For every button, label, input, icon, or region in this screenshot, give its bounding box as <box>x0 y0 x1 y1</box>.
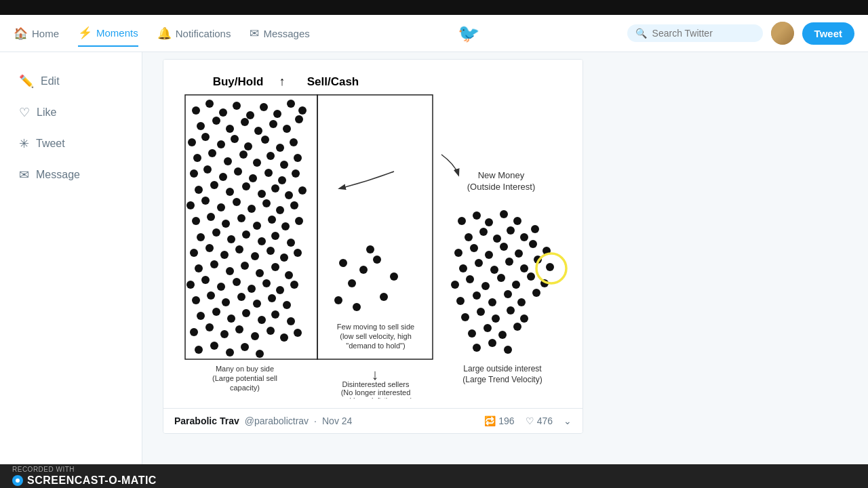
svg-point-92 <box>201 276 210 284</box>
svg-rect-3 <box>317 95 433 359</box>
svg-point-8 <box>246 111 254 119</box>
svg-text:↑: ↑ <box>279 75 285 88</box>
more-action[interactable]: ⌄ <box>564 415 572 426</box>
svg-point-169 <box>505 258 513 266</box>
tweet-button[interactable]: Tweet <box>802 22 854 45</box>
svg-point-65 <box>253 222 261 230</box>
svg-point-67 <box>281 222 290 230</box>
like-count: 476 <box>537 415 553 426</box>
svg-point-174 <box>466 275 474 283</box>
svg-point-88 <box>256 269 264 277</box>
nav-moments[interactable]: ⚡ Moments <box>78 20 138 47</box>
svg-point-38 <box>203 165 212 174</box>
svg-point-152 <box>513 217 521 225</box>
svg-point-105 <box>283 301 291 309</box>
svg-point-25 <box>244 142 252 150</box>
svg-point-104 <box>268 294 276 302</box>
svg-point-123 <box>226 348 234 357</box>
svg-point-177 <box>512 281 520 289</box>
twitter-logo: 🐦 <box>458 23 479 44</box>
svg-point-176 <box>497 274 505 282</box>
svg-point-93 <box>217 283 225 291</box>
svg-point-155 <box>493 235 501 243</box>
svg-point-5 <box>205 100 214 108</box>
title-buy-hold: Buy/Hold <box>213 75 264 88</box>
svg-point-195 <box>473 344 481 352</box>
svg-point-148 <box>458 217 466 225</box>
svg-point-41 <box>249 174 257 182</box>
svg-point-154 <box>479 228 488 236</box>
svg-text:(Outside Interest): (Outside Interest) <box>467 182 535 192</box>
svg-text:Large outside interest: Large outside interest <box>463 364 542 373</box>
retweet-action[interactable]: 🔁 196 <box>484 415 514 426</box>
svg-point-194 <box>513 323 521 331</box>
buy-dots <box>186 100 307 358</box>
svg-point-108 <box>227 314 235 323</box>
svg-text:(Large potential sell: (Large potential sell <box>212 374 277 382</box>
svg-point-157 <box>520 233 528 241</box>
svg-point-185 <box>532 289 540 297</box>
svg-point-57 <box>248 205 256 213</box>
svg-point-19 <box>283 125 291 133</box>
svg-point-78 <box>220 251 229 259</box>
svg-point-161 <box>485 251 493 259</box>
svg-point-81 <box>267 247 275 255</box>
bell-icon: 🔔 <box>157 26 172 41</box>
svg-point-90 <box>285 271 293 279</box>
svg-point-110 <box>258 316 266 324</box>
nav-moments-label: Moments <box>96 27 138 39</box>
svg-point-50 <box>271 184 279 192</box>
svg-point-35 <box>280 161 288 169</box>
nav-home[interactable]: 🏠 Home <box>14 21 59 46</box>
svg-point-32 <box>239 150 248 159</box>
avatar-image <box>771 22 794 45</box>
sidebar-item-edit[interactable]: ✏️ Edit <box>0 66 142 97</box>
svg-point-40 <box>234 167 242 176</box>
svg-point-53 <box>186 201 195 209</box>
nav-notifications[interactable]: 🔔 Notifications <box>157 21 231 46</box>
svg-point-183 <box>504 290 512 298</box>
svg-point-120 <box>294 329 302 337</box>
svg-point-29 <box>193 154 201 162</box>
svg-point-33 <box>253 159 261 167</box>
sidebar-item-tweet[interactable]: ✳ Tweet <box>0 128 142 159</box>
sidebar-tweet-label: Tweet <box>36 138 65 150</box>
svg-point-24 <box>231 135 239 143</box>
tweet-footer: Parabolic Trav @parabolictrav · Nov 24 🔁… <box>163 408 583 433</box>
svg-point-168 <box>490 266 498 274</box>
svg-point-28 <box>290 138 298 146</box>
svg-point-181 <box>473 291 481 300</box>
svg-point-173 <box>451 281 459 289</box>
svg-point-106 <box>197 312 205 320</box>
svg-point-12 <box>298 106 307 115</box>
content-wrapper: ✏️ Edit ♡ Like ✳ Tweet ✉ Message Buy/Hol… <box>0 52 868 473</box>
sidebar-item-like[interactable]: ♡ Like <box>0 97 142 128</box>
svg-point-150 <box>485 218 493 226</box>
search-input[interactable] <box>652 28 747 39</box>
svg-point-82 <box>280 253 288 262</box>
separator: · <box>314 415 317 426</box>
avatar[interactable] <box>771 22 794 45</box>
svg-point-87 <box>241 262 249 270</box>
svg-point-188 <box>492 314 500 323</box>
svg-point-54 <box>201 197 210 205</box>
sell-dots <box>334 245 398 311</box>
svg-point-15 <box>226 125 234 133</box>
nav-messages[interactable]: ✉ Messages <box>250 21 309 46</box>
svg-point-70 <box>212 228 220 237</box>
nav-left: 🏠 Home ⚡ Moments 🔔 Notifications ✉ Messa… <box>14 20 310 47</box>
svg-point-118 <box>267 327 275 335</box>
svg-point-132 <box>353 303 361 311</box>
svg-point-91 <box>186 281 195 289</box>
svg-text:capacity): capacity) <box>230 384 260 392</box>
sidebar-item-message[interactable]: ✉ Message <box>0 159 142 190</box>
svg-point-189 <box>507 306 515 314</box>
svg-point-27 <box>276 144 284 152</box>
svg-text:(low sell velocity, high: (low sell velocity, high <box>340 332 412 340</box>
svg-point-115 <box>220 330 229 338</box>
svg-text:Sell/Cash: Sell/Cash <box>307 75 359 88</box>
search-bar[interactable]: 🔍 <box>627 24 763 42</box>
like-action[interactable]: ♡ 476 <box>526 415 553 426</box>
svg-point-196 <box>488 339 496 347</box>
message-icon: ✉ <box>19 167 29 182</box>
